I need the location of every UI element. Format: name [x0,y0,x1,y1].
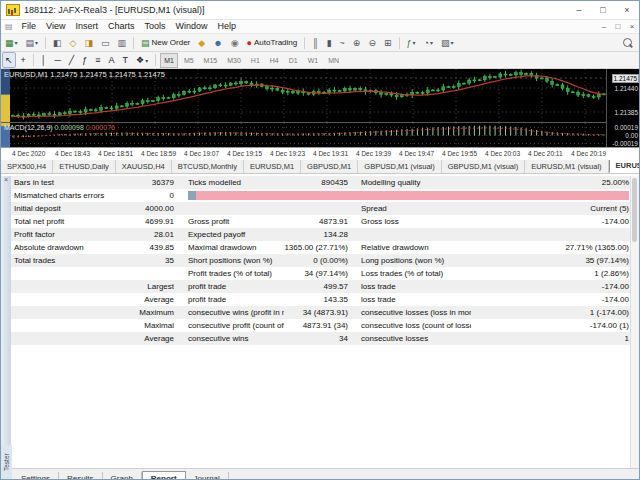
mt4-window: 188112: JAFX-Real3 - [EURUSD,M1 (visual)… [0,0,640,480]
arrows-button[interactable]: ❖▾ [133,52,151,68]
text-button[interactable]: A [106,52,118,68]
child-restore-button[interactable]: □ [611,20,625,33]
sound-button[interactable]: ◉ [228,35,242,51]
menu-tools[interactable]: Tools [139,21,170,31]
tester-tab-report[interactable]: Report [142,471,186,480]
arrows-icon: ❖ [136,54,144,66]
chart-tab[interactable]: GBPUSD,M1 (visual) [358,160,441,173]
indicators-button[interactable]: ƒ▾ [404,35,419,51]
chart-tab[interactable]: EURUSD,M1 [244,160,301,173]
autotrading-icon: ● [247,37,252,49]
time-axis-label: 4 Dec 19:31 [313,150,348,157]
strategy-tester-button[interactable]: ▥ [115,35,130,51]
data-window-button[interactable]: ◇ [67,35,80,51]
strategy-tester-icon: ▥ [118,37,127,49]
chart-tab[interactable]: ETHUSD,Daily [53,160,116,173]
report-value: Average [106,293,174,306]
fibonacci-button[interactable]: ƒ [79,52,90,68]
timeframe-m5-button[interactable]: M5 [180,53,198,68]
experts-button[interactable]: ☻ [210,35,225,51]
time-axis-label: 4 Dec 20:19 [571,150,606,157]
chart-tab[interactable]: XAUUSD,H4 [116,160,172,173]
metaeditor-icon: ◆ [198,37,205,49]
zoom-out-button[interactable]: ⊖ [365,35,379,51]
child-close-button[interactable]: × [625,20,639,33]
timeframe-h4-button[interactable]: H4 [266,53,283,68]
chart-tab[interactable]: EURUSD,M1 (visual) [609,158,640,173]
price-scale[interactable]: 1.21475 1.21440 1.21385 0.00019 0.00 -0.… [606,69,639,147]
cursor-button[interactable]: ↖ [2,52,16,68]
chart-tab[interactable]: GBPUSD,M1 (visual) [442,160,525,173]
menu-insert[interactable]: Insert [70,21,103,31]
timeframe-m1-button[interactable]: M1 [160,53,178,68]
report-value: 35 [106,254,174,267]
report-value: 25.00% [471,176,631,189]
menu-view[interactable]: View [41,21,70,31]
panel-close-icon[interactable]: × [4,176,8,183]
tester-tab-journal[interactable]: Journal [186,472,229,480]
terminal-button[interactable]: ▭ [98,35,113,51]
vertical-line-button[interactable]: │ [38,52,50,68]
report-label: Long positions (won %) [348,254,471,267]
bar-chart-button[interactable]: ║ [309,35,321,51]
line-chart-button[interactable]: ~ [337,35,348,51]
metaeditor-button[interactable]: ◆ [195,35,208,51]
zoom-in-button[interactable]: ⊕ [350,35,364,51]
timeframe-m30-button[interactable]: M30 [223,53,245,68]
scrollbar-thumb[interactable] [632,178,637,242]
maximize-button[interactable]: □ [591,1,615,19]
trendline-button[interactable]: ╱ [66,52,77,68]
time-axis[interactable]: 4 Dec 20204 Dec 18:434 Dec 18:514 Dec 18… [1,147,639,160]
chart-tab[interactable]: BTCUSD,Monthly [172,160,244,173]
label-button[interactable]: T [120,52,132,68]
tile-windows-button[interactable]: ⊞ [381,35,395,51]
tester-tab-results[interactable]: Results [59,472,103,480]
tester-tab-bar: SettingsResultsGraphReportJournal [1,468,639,480]
timeframe-d1-button[interactable]: D1 [285,53,302,68]
report-value: 890435 [284,176,348,189]
child-minimize-button[interactable]: – [597,20,611,33]
timeframe-w1-button[interactable]: W1 [304,53,323,68]
price-label: 1.21385 [615,109,639,116]
horizontal-line-button[interactable]: ─ [51,52,63,68]
report-label: Absolute drawdown [11,241,106,254]
timeframe-m15-button[interactable]: M15 [200,53,222,68]
timeframe-h1-button[interactable]: H1 [247,53,264,68]
menu-file[interactable]: File [17,21,42,31]
menu-window[interactable]: Window [170,21,212,31]
report-label [11,332,106,345]
periods-button[interactable]: ◔▾ [421,35,436,51]
tester-tab-settings[interactable]: Settings [13,472,59,480]
menu-help[interactable]: Help [213,21,242,31]
close-button[interactable]: × [615,1,639,19]
minimize-button[interactable]: – [567,1,591,19]
toolbar-separator [45,37,46,49]
chart-tab[interactable]: EURUSD,M1 (visual) [525,160,608,173]
search-button[interactable] [617,35,638,51]
new-order-button[interactable]: ▤New Order [138,35,193,51]
timeframe-mn-button[interactable]: MN [324,53,343,68]
templates-button[interactable]: ▨▾ [438,35,457,51]
chart-tab[interactable]: GBPUSD,M1 [301,160,358,173]
report-scrollbar[interactable] [630,176,639,468]
time-axis-label: 4 Dec 18:51 [98,150,133,157]
report-row: Total net profit4699.91Gross profit4873.… [11,215,631,228]
chart-tab[interactable]: SPX500,H4 [1,160,53,173]
report-value: 439.85 [106,241,174,254]
channel-button[interactable]: ≡ [92,52,103,68]
report-value: Maximal [106,319,174,332]
navigator-button[interactable]: ◨ [82,35,97,51]
report-label: Loss trades (% of total) [348,267,471,280]
candlestick-chart-button[interactable]: ▮ [324,35,335,51]
market-watch-button[interactable]: ◧ [50,35,65,51]
report-label: Spread [348,202,471,215]
autotrading-button[interactable]: ●AutoTrading [244,35,301,51]
profiles-button[interactable]: ▤▾ [23,35,42,51]
tester-tab-graph[interactable]: Graph [103,472,142,480]
toolbar-separator [399,37,400,49]
menu-charts[interactable]: Charts [103,21,140,31]
new-chart-button[interactable]: ▦▾ [2,35,21,51]
report-label: Maximal drawdown [174,241,284,254]
report-label [11,293,106,306]
crosshair-button[interactable]: + [18,52,29,68]
